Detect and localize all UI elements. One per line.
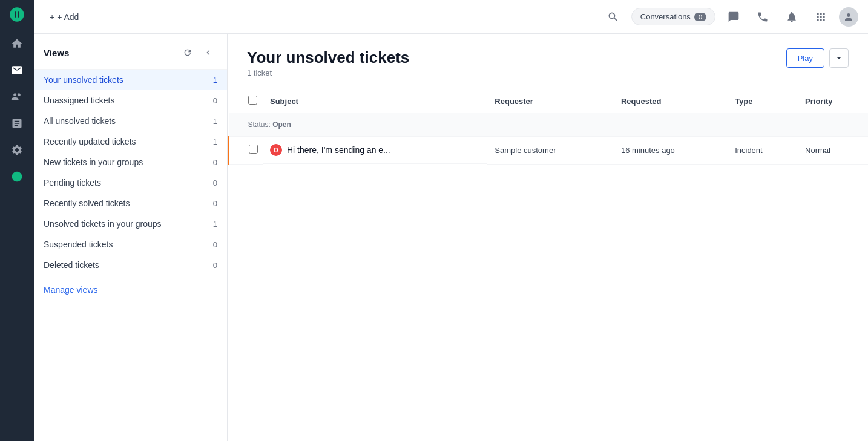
view-item-label: Unassigned tickets xyxy=(44,96,205,105)
sidebar-actions xyxy=(179,44,217,62)
col-requested-header: Requested xyxy=(614,90,728,113)
row-type-cell: Incident xyxy=(728,137,798,165)
view-item-label: Recently solved tickets xyxy=(44,198,205,208)
col-subject-header: Subject xyxy=(263,90,487,113)
content-area: Views Your unsolved tickets1Unassigned t… xyxy=(34,34,868,441)
row-requester-cell: Sample customer xyxy=(487,137,614,165)
row-checkbox-cell xyxy=(229,137,263,165)
nav-home-icon[interactable] xyxy=(5,31,29,56)
sidebar-view-item-4[interactable]: New tickets in your groups0 xyxy=(34,152,227,172)
col-priority-header: Priority xyxy=(798,90,868,113)
sidebar-view-item-3[interactable]: Recently updated tickets1 xyxy=(34,131,227,152)
sidebar-view-item-2[interactable]: All unsolved tickets1 xyxy=(34,111,227,131)
add-button[interactable]: + + Add xyxy=(44,8,85,25)
dropdown-button[interactable] xyxy=(829,48,849,68)
logo-icon xyxy=(7,5,27,24)
sidebar-header: Views xyxy=(34,34,227,70)
conversations-button[interactable]: Conversations 0 xyxy=(631,8,715,25)
sidebar-view-item-5[interactable]: Pending tickets0 xyxy=(34,172,227,193)
status-group-row: Status: Open xyxy=(229,113,869,137)
view-item-count: 1 xyxy=(205,76,217,85)
page-title: Your unsolved tickets xyxy=(247,48,409,67)
view-item-count: 0 xyxy=(205,240,217,249)
topbar: + + Add Conversations 0 xyxy=(34,0,868,34)
view-item-label: Your unsolved tickets xyxy=(44,75,205,85)
view-item-label: All unsolved tickets xyxy=(44,116,205,126)
ticket-count: 1 ticket xyxy=(247,68,409,77)
phone-icon-button[interactable] xyxy=(752,6,774,28)
table-row[interactable]: O Hi there, I'm sending an e... Sample c… xyxy=(229,137,869,165)
status-group-label: Status: Open xyxy=(229,113,869,137)
collapse-sidebar-button[interactable] xyxy=(199,44,217,62)
main-header-actions: Play xyxy=(786,48,849,68)
ticket-tbody: Status: Open O Hi there, I'm sending an … xyxy=(229,113,869,165)
view-item-count: 0 xyxy=(205,199,217,208)
ticket-status-dot: O xyxy=(270,144,282,156)
row-subject-cell: O Hi there, I'm sending an e... xyxy=(263,137,487,164)
row-priority-cell: Normal xyxy=(798,137,868,165)
view-item-label: Deleted tickets xyxy=(44,260,205,270)
nav-settings-icon[interactable] xyxy=(5,138,29,162)
main-panel: Your unsolved tickets 1 ticket Play Subj… xyxy=(228,34,868,441)
nav-reports-icon[interactable] xyxy=(5,111,29,136)
nav-tickets-icon[interactable] xyxy=(5,58,29,82)
view-item-count: 1 xyxy=(205,220,217,229)
sidebar-view-item-6[interactable]: Recently solved tickets0 xyxy=(34,193,227,214)
sidebar-view-item-9[interactable]: Deleted tickets0 xyxy=(34,255,227,275)
sidebar-title: Views xyxy=(44,48,69,58)
ticket-table: Subject Requester Requested Type Priorit… xyxy=(228,90,868,441)
sidebar-view-item-0[interactable]: Your unsolved tickets1 xyxy=(34,70,227,90)
add-label: + Add xyxy=(57,12,79,22)
nav-contacts-icon[interactable] xyxy=(5,85,29,109)
view-item-count: 1 xyxy=(205,117,217,126)
row-checkbox[interactable] xyxy=(249,145,258,154)
col-type-header: Type xyxy=(728,90,798,113)
ticket-subject: Hi there, I'm sending an e... xyxy=(287,145,390,155)
sidebar-view-item-1[interactable]: Unassigned tickets0 xyxy=(34,90,227,111)
view-item-count: 0 xyxy=(205,158,217,167)
select-all-checkbox[interactable] xyxy=(248,96,257,105)
view-item-label: Unsolved tickets in your groups xyxy=(44,219,205,229)
sidebar: Views Your unsolved tickets1Unassigned t… xyxy=(34,34,228,441)
tickets-table: Subject Requester Requested Type Priorit… xyxy=(228,90,868,165)
nav-rail xyxy=(0,0,34,441)
main-title-group: Your unsolved tickets 1 ticket xyxy=(247,48,409,77)
apps-icon-button[interactable] xyxy=(810,6,832,28)
view-item-count: 0 xyxy=(205,261,217,270)
sidebar-view-item-8[interactable]: Suspended tickets0 xyxy=(34,234,227,255)
view-item-count: 1 xyxy=(205,137,217,146)
col-requester-header: Requester xyxy=(487,90,614,113)
view-item-label: Pending tickets xyxy=(44,178,205,188)
refresh-button[interactable] xyxy=(179,44,197,62)
sidebar-view-item-7[interactable]: Unsolved tickets in your groups1 xyxy=(34,214,227,234)
chat-icon-button[interactable] xyxy=(723,6,745,28)
row-requested-cell: 16 minutes ago xyxy=(614,137,728,165)
notifications-icon-button[interactable] xyxy=(781,6,803,28)
views-list: Your unsolved tickets1Unassigned tickets… xyxy=(34,70,227,275)
view-item-count: 0 xyxy=(205,178,217,188)
add-plus-icon: + xyxy=(50,12,54,22)
user-avatar[interactable] xyxy=(839,7,858,27)
view-item-label: New tickets in your groups xyxy=(44,157,205,167)
main-header: Your unsolved tickets 1 ticket Play xyxy=(228,34,868,77)
view-item-label: Suspended tickets xyxy=(44,240,205,249)
app-body: + + Add Conversations 0 View xyxy=(34,0,868,441)
search-button[interactable] xyxy=(602,6,624,28)
play-button[interactable]: Play xyxy=(786,48,824,68)
conversations-count: 0 xyxy=(694,13,706,21)
view-item-label: Recently updated tickets xyxy=(44,137,205,146)
conversations-label: Conversations xyxy=(640,12,691,21)
manage-views-link[interactable]: Manage views xyxy=(34,275,227,304)
view-item-count: 0 xyxy=(205,96,217,105)
nav-zendesk-icon xyxy=(5,165,29,189)
